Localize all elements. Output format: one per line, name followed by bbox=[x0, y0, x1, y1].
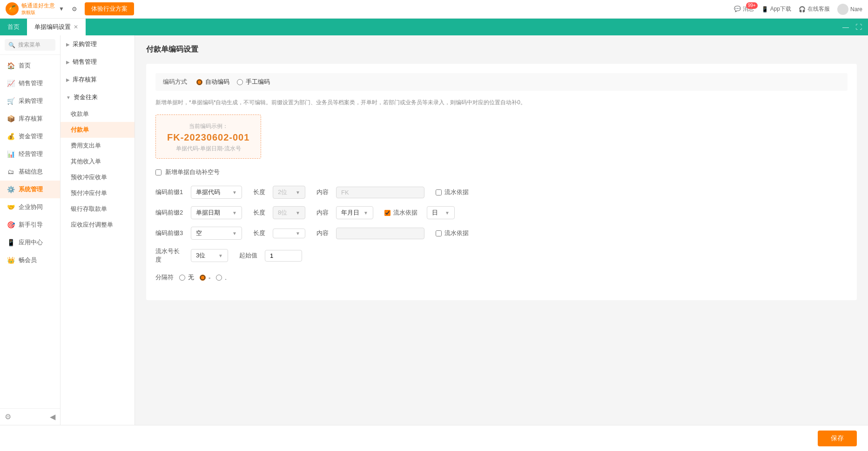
sidebar-item-purchase[interactable]: 🛒 采购管理 bbox=[0, 92, 60, 110]
sec-item-payment[interactable]: 付款单 bbox=[61, 122, 135, 138]
auto-fill-checkbox[interactable] bbox=[155, 169, 161, 175]
prefix-2-value: 单据日期 bbox=[196, 209, 220, 217]
tab-window-controls: — ⛶ bbox=[840, 21, 868, 33]
apps-icon: 📱 bbox=[7, 238, 15, 247]
manual-encode-radio[interactable] bbox=[237, 79, 243, 85]
auto-encode-option[interactable]: 自动编码 bbox=[196, 78, 229, 86]
sec-label-inventory: 库存核算 bbox=[73, 75, 97, 84]
sidebar-item-inventory[interactable]: 📦 库存核算 bbox=[0, 110, 60, 128]
length-3-select[interactable]: ▼ bbox=[273, 229, 305, 238]
sidebar-label-guide: 新手引导 bbox=[19, 221, 43, 229]
waterflow-1-checkbox[interactable] bbox=[436, 189, 442, 195]
minimize-icon[interactable]: — bbox=[840, 21, 851, 33]
separator-none-option[interactable]: 无 bbox=[179, 273, 194, 282]
sec-header-inventory[interactable]: ▶ 库存核算 bbox=[61, 71, 135, 88]
prefix-2-label: 编码前缀2 bbox=[155, 209, 183, 217]
separator-dash-radio[interactable] bbox=[200, 275, 206, 281]
serial-label: 流水号长度 bbox=[155, 247, 183, 264]
sidebar-item-apps[interactable]: 📱 应用中心 bbox=[0, 234, 60, 251]
day-2-select[interactable]: 日 ▼ bbox=[427, 206, 455, 219]
sec-item-receipt[interactable]: 收款单 bbox=[61, 106, 135, 122]
basic-icon: 🗂 bbox=[7, 168, 15, 176]
separator-none-radio[interactable] bbox=[179, 275, 185, 281]
waterflow-3-label: 流水依据 bbox=[444, 229, 469, 237]
dropdown-control[interactable]: ▼ bbox=[59, 6, 64, 12]
sec-header-capital[interactable]: ▼ 资金往来 bbox=[61, 88, 135, 106]
sec-header-sales[interactable]: ▶ 销售管理 bbox=[61, 53, 135, 71]
sidebar-item-basic[interactable]: 🗂 基础信息 bbox=[0, 163, 60, 181]
app-logo: 🍊 畅通道好生意 旗舰版 bbox=[6, 2, 55, 15]
content-2-value: 年月日 bbox=[341, 209, 359, 217]
auto-fill-label: 新增单据自动补空号 bbox=[165, 168, 220, 176]
prefix-3-arrow: ▼ bbox=[232, 231, 237, 236]
sidebar-item-enterprise[interactable]: 🤝 企业协同 bbox=[0, 198, 60, 216]
sidebar-item-members[interactable]: 👑 畅会员 bbox=[0, 251, 60, 269]
tab-close-icon[interactable]: ✕ bbox=[74, 24, 78, 30]
auto-encode-radio[interactable] bbox=[196, 79, 202, 85]
message-count: 99+ bbox=[746, 2, 758, 9]
sidebar-item-management[interactable]: 📊 经营管理 bbox=[0, 145, 60, 163]
top-bar-right: 💬 消息 99+ 📱 App下载 🎧 在线客服 Nare bbox=[734, 4, 862, 15]
sidebar-item-system[interactable]: ⚙️ 系统管理 bbox=[0, 181, 60, 198]
sidebar-label-sales: 销售管理 bbox=[19, 79, 43, 88]
sec-item-advance-receive[interactable]: 预收冲应收单 bbox=[61, 169, 135, 185]
trial-button[interactable]: 体验行业方案 bbox=[85, 2, 134, 15]
main-tabs: 首页 单据编码设置 ✕ — ⛶ bbox=[0, 19, 868, 35]
collapse-icon[interactable]: ◀ bbox=[50, 412, 55, 421]
prefix-2-select[interactable]: 单据日期 ▼ bbox=[191, 206, 242, 219]
encoding-method-row: 编码方式 自动编码 手工编码 bbox=[155, 73, 848, 91]
tab-home[interactable]: 首页 bbox=[0, 19, 27, 35]
tab-encode-settings[interactable]: 单据编码设置 ✕ bbox=[27, 19, 86, 35]
user-profile[interactable]: Nare bbox=[837, 4, 862, 15]
waterflow-3-checkbox[interactable] bbox=[436, 230, 442, 236]
separator-dot-radio[interactable] bbox=[216, 275, 222, 281]
sec-item-bank[interactable]: 银行存取款单 bbox=[61, 201, 135, 217]
sidebar-item-home[interactable]: 🏠 首页 bbox=[0, 57, 60, 74]
start-val-label: 起始值 bbox=[239, 251, 257, 260]
sec-header-purchase[interactable]: ▶ 采购管理 bbox=[61, 35, 135, 53]
online-service-button[interactable]: 🎧 在线客服 bbox=[799, 5, 830, 13]
auto-encode-label: 自动编码 bbox=[205, 78, 229, 86]
sidebar-item-sales[interactable]: 📈 销售管理 bbox=[0, 74, 60, 92]
code-preview-box: 当前编码示例： FK-20230602-001 单据代码-单据日期-流水号 bbox=[155, 114, 261, 159]
sidebar-search[interactable]: 🔍 搜索菜单 bbox=[0, 35, 60, 55]
app-download-icon: 📱 bbox=[761, 6, 768, 13]
sidebar-nav: 🏠 首页 📈 销售管理 🛒 采购管理 📦 库存核算 💰 资金管理 📊 经 bbox=[0, 55, 60, 408]
settings-footer-icon[interactable]: ⚙ bbox=[5, 412, 11, 421]
prefix-1-select[interactable]: 单据代码 ▼ bbox=[191, 186, 242, 199]
length-3-arrow: ▼ bbox=[296, 231, 300, 236]
sidebar-item-finance[interactable]: 💰 资金管理 bbox=[0, 128, 60, 145]
main-layout: 🔍 搜索菜单 🏠 首页 📈 销售管理 🛒 采购管理 📦 库存核算 💰 bbox=[0, 35, 868, 425]
separator-label: 分隔符 bbox=[155, 273, 174, 282]
serial-select[interactable]: 3位 ▼ bbox=[191, 249, 228, 262]
content-3-label: 内容 bbox=[316, 229, 329, 237]
sec-item-expense[interactable]: 费用支出单 bbox=[61, 138, 135, 154]
home-icon: 🏠 bbox=[7, 61, 15, 70]
save-button[interactable]: 保存 bbox=[818, 431, 857, 446]
content-3-input[interactable] bbox=[336, 228, 424, 239]
prefix-3-select[interactable]: 空 ▼ bbox=[191, 227, 242, 240]
expand-arrow-icon: ▼ bbox=[66, 95, 71, 100]
settings-icon[interactable]: ⚙ bbox=[68, 2, 81, 15]
app-download-button[interactable]: 📱 App下载 bbox=[761, 5, 791, 13]
prefix-3-value: 空 bbox=[196, 229, 202, 237]
start-val-input[interactable] bbox=[265, 250, 302, 262]
sec-item-other-income[interactable]: 其他收入单 bbox=[61, 154, 135, 169]
message-button[interactable]: 💬 消息 99+ bbox=[734, 5, 754, 13]
serial-value: 3位 bbox=[196, 251, 205, 260]
separator-dot-option[interactable]: . bbox=[216, 274, 227, 281]
manual-encode-option[interactable]: 手工编码 bbox=[237, 78, 270, 86]
separator-dash-option[interactable]: - bbox=[200, 274, 210, 281]
length-2-select: 8位 ▼ bbox=[273, 206, 305, 219]
encoding-radio-group: 自动编码 手工编码 bbox=[196, 78, 270, 86]
maximize-icon[interactable]: ⛶ bbox=[853, 21, 864, 33]
page-title: 付款单编码设置 bbox=[146, 45, 857, 54]
sec-label-sales: 销售管理 bbox=[73, 58, 97, 66]
content-2-select[interactable]: 年月日 ▼ bbox=[336, 206, 373, 219]
sec-item-advance-pay[interactable]: 预付冲应付单 bbox=[61, 185, 135, 201]
sec-item-adjustment[interactable]: 应收应付调整单 bbox=[61, 217, 135, 233]
search-input-wrapper[interactable]: 🔍 搜索菜单 bbox=[5, 39, 55, 51]
waterflow-2-checkbox[interactable] bbox=[384, 210, 390, 216]
sidebar-label-enterprise: 企业协同 bbox=[19, 203, 43, 211]
sidebar-item-guide[interactable]: 🎯 新手引导 bbox=[0, 216, 60, 234]
